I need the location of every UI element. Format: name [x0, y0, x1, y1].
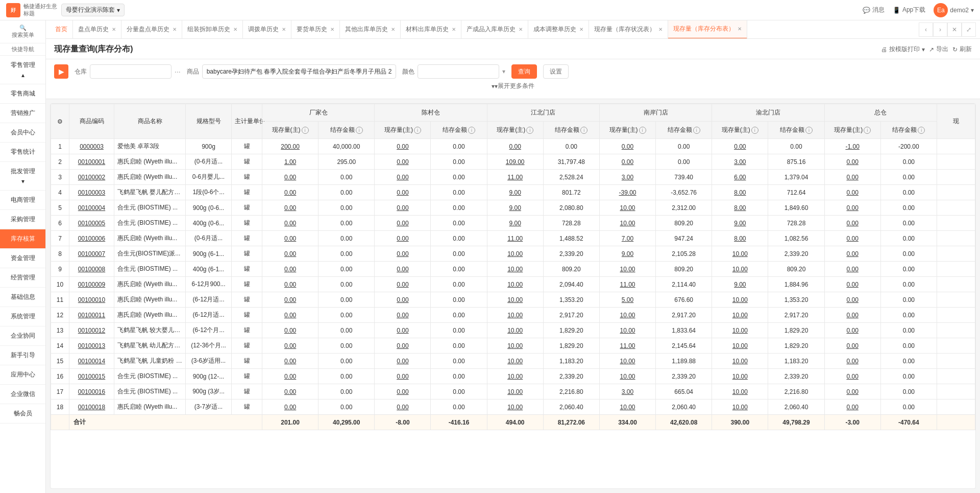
cell-tot-qty[interactable]: 0.00: [824, 154, 880, 170]
cell-c1-qty[interactable]: 0.00: [262, 216, 318, 231]
cell-tot-qty[interactable]: 0.00: [824, 216, 880, 231]
cell-c1-qty[interactable]: 0.00: [262, 384, 318, 400]
cell-c2-qty[interactable]: 0.00: [375, 262, 431, 277]
cell-c1-qty[interactable]: 0.00: [262, 400, 318, 415]
tab-scroll-left[interactable]: ‹: [919, 22, 933, 37]
cell-c2-qty[interactable]: 0.00: [375, 277, 431, 292]
tab-transfer[interactable]: 调拨单历史 ✕: [243, 20, 291, 39]
sidebar-item-retail-mall[interactable]: 零售商城: [0, 84, 45, 104]
cell-c5-qty[interactable]: 9.00: [712, 216, 768, 231]
info-icon[interactable]: i: [805, 127, 813, 134]
cell-c2-qty[interactable]: 0.00: [375, 369, 431, 384]
cell-c5-qty[interactable]: 10.00: [712, 292, 768, 308]
cell-c5-qty[interactable]: 6.00: [712, 170, 768, 185]
sidebar-item-operations[interactable]: 经营管理: [0, 268, 45, 288]
cell-c4-qty[interactable]: -39.00: [599, 185, 655, 200]
cell-code[interactable]: 00100013: [69, 338, 114, 354]
cell-c5-qty[interactable]: 0.00: [712, 139, 768, 154]
cell-c1-qty[interactable]: 0.00: [262, 323, 318, 338]
cell-c2-qty[interactable]: 0.00: [375, 338, 431, 354]
cell-tot-qty[interactable]: 0.00: [824, 323, 880, 338]
filter-toggle-btn[interactable]: ▶: [54, 64, 68, 79]
close-icon[interactable]: ✕: [519, 27, 523, 32]
tab-other-outbound[interactable]: 其他出库单历史 ✕: [340, 20, 401, 39]
message-btn[interactable]: 💬 消息: [863, 6, 885, 14]
sidebar-item-purchase[interactable]: 采购管理: [0, 210, 45, 229]
cell-c2-qty[interactable]: 0.00: [375, 400, 431, 415]
cell-c5-qty[interactable]: 3.00: [712, 154, 768, 170]
cell-tot-qty[interactable]: 0.00: [824, 277, 880, 292]
cell-c3-qty[interactable]: 9.00: [487, 200, 543, 216]
cell-c1-qty[interactable]: 200.00: [262, 139, 318, 154]
cell-c2-qty[interactable]: 0.00: [375, 384, 431, 400]
warehouse-input[interactable]: [90, 64, 172, 79]
cell-c3-qty[interactable]: 10.00: [487, 384, 543, 400]
cell-c1-qty[interactable]: 0.00: [262, 338, 318, 354]
close-icon[interactable]: ✕: [579, 27, 583, 32]
tab-cost-adjustment[interactable]: 成本调整单历史 ✕: [528, 20, 589, 39]
cell-tot-qty[interactable]: 0.00: [824, 354, 880, 369]
cell-c3-qty[interactable]: 10.00: [487, 338, 543, 354]
cell-code[interactable]: 00100018: [69, 400, 114, 415]
cell-c1-qty[interactable]: 0.00: [262, 277, 318, 292]
cell-c4-qty[interactable]: 10.00: [599, 400, 655, 415]
cell-c3-qty[interactable]: 10.00: [487, 292, 543, 308]
cell-c2-qty[interactable]: 0.00: [375, 323, 431, 338]
cell-c1-qty[interactable]: 0.00: [262, 262, 318, 277]
close-icon[interactable]: ✕: [112, 27, 116, 32]
cell-c5-qty[interactable]: 10.00: [712, 323, 768, 338]
info-icon[interactable]: i: [693, 127, 700, 134]
cell-c3-qty[interactable]: 11.00: [487, 170, 543, 185]
cell-c3-qty[interactable]: 0.00: [487, 139, 543, 154]
cell-c4-qty[interactable]: 0.00: [599, 139, 655, 154]
cell-code[interactable]: 00100014: [69, 354, 114, 369]
tab-inventory-distribution[interactable]: 现存量（库存分布表） ✕: [668, 20, 747, 39]
close-icon[interactable]: ✕: [330, 27, 334, 32]
cell-c2-qty[interactable]: 0.00: [375, 292, 431, 308]
cell-code[interactable]: 0000003: [69, 139, 114, 154]
cell-code[interactable]: 00100008: [69, 262, 114, 277]
cell-tot-qty[interactable]: 0.00: [824, 400, 880, 415]
tab-finished-inbound[interactable]: 产成品入库单历史 ✕: [461, 20, 528, 39]
cell-c2-qty[interactable]: 0.00: [375, 308, 431, 323]
cell-code[interactable]: 00100009: [69, 277, 114, 292]
cell-c1-qty[interactable]: 0.00: [262, 246, 318, 262]
th-settings[interactable]: ⚙: [51, 104, 69, 139]
cell-c1-qty[interactable]: 0.00: [262, 308, 318, 323]
cell-c3-qty[interactable]: 10.00: [487, 354, 543, 369]
cell-code[interactable]: 00100001: [69, 154, 114, 170]
cell-code[interactable]: 00100005: [69, 216, 114, 231]
info-icon[interactable]: i: [864, 127, 871, 134]
cell-c5-qty[interactable]: 10.00: [712, 308, 768, 323]
cell-c5-qty[interactable]: 8.00: [712, 200, 768, 216]
sidebar-item-retail-stats[interactable]: 零售统计: [0, 143, 45, 162]
query-btn[interactable]: 查询: [511, 64, 537, 79]
cell-code[interactable]: 00100016: [69, 384, 114, 400]
cell-c5-qty[interactable]: 10.00: [712, 369, 768, 384]
sidebar-item-system[interactable]: 系统管理: [0, 307, 45, 326]
tab-split-stocktake[interactable]: 分量盘点单历史 ✕: [121, 20, 182, 39]
cell-c2-qty[interactable]: 0.00: [375, 139, 431, 154]
cell-tot-qty[interactable]: 0.00: [824, 231, 880, 246]
industry-selector[interactable]: 母婴行业演示陈套 ▾: [61, 4, 125, 16]
cell-tot-qty[interactable]: 0.00: [824, 170, 880, 185]
cell-c4-qty[interactable]: 10.00: [599, 308, 655, 323]
cell-tot-qty[interactable]: 0.00: [824, 308, 880, 323]
sidebar-item-ecommerce[interactable]: 电商管理: [0, 191, 45, 210]
cell-c4-qty[interactable]: 10.00: [599, 369, 655, 384]
user-avatar-btn[interactable]: Ea demo2 ▾: [934, 3, 974, 17]
cell-c1-qty[interactable]: 0.00: [262, 170, 318, 185]
cell-c5-qty[interactable]: 10.00: [712, 262, 768, 277]
info-icon[interactable]: i: [751, 127, 758, 134]
cell-c5-qty[interactable]: 10.00: [712, 354, 768, 369]
close-icon[interactable]: ✕: [452, 27, 456, 32]
cell-code[interactable]: 00100010: [69, 292, 114, 308]
sidebar-item-inventory[interactable]: 库存核算: [0, 229, 45, 249]
cell-c3-qty[interactable]: 10.00: [487, 246, 543, 262]
tab-close-all[interactable]: ✕: [947, 22, 962, 37]
refresh-btn[interactable]: ↻ 刷新: [952, 45, 972, 54]
tab-stocktake-history[interactable]: 盘点单历史 ✕: [73, 20, 121, 39]
sidebar-item-collab[interactable]: 企业协同: [0, 326, 45, 346]
cell-c4-qty[interactable]: 3.00: [599, 170, 655, 185]
cell-c3-qty[interactable]: 109.00: [487, 154, 543, 170]
